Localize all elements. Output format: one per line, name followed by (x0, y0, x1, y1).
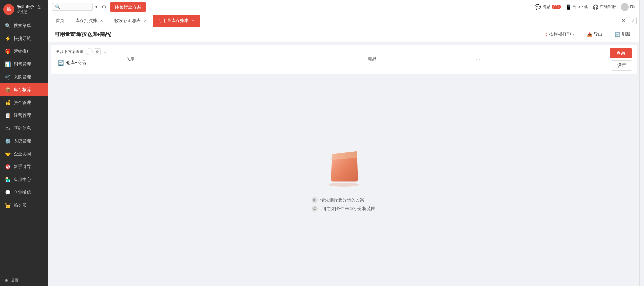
product-more-btn[interactable]: ··· (476, 57, 480, 62)
basic-icon: 🗂 (5, 126, 11, 131)
tab-available-close[interactable]: ✕ (191, 19, 195, 23)
topbar-search-box[interactable]: 🔍 (52, 3, 93, 11)
sidebar-item-marketing[interactable]: 🎁 营销推广 (0, 45, 48, 58)
sidebar-footer-label: 设置 (10, 278, 19, 283)
sidebar-item-inventory[interactable]: 📦 库存核算 (0, 83, 48, 96)
export-label: 导出 (594, 31, 602, 37)
purchase-icon: 🛒 (5, 74, 11, 80)
filter-add-btn[interactable]: + (86, 48, 93, 55)
query-button[interactable]: 查询 (610, 48, 632, 58)
sidebar-item-appstore[interactable]: 🏪 应用中心 (0, 173, 48, 186)
sidebar-item-sales[interactable]: 📊 销售管理 (0, 58, 48, 71)
print-label: 按模板打印 (549, 31, 571, 37)
refresh-label: 刷新 (622, 31, 630, 37)
empty-box (331, 157, 358, 182)
shortcut-icon: ⚡ (5, 36, 11, 41)
settings-button[interactable]: 设置 (612, 60, 632, 71)
tab-home[interactable]: 首页 (51, 15, 70, 27)
sidebar-item-finance[interactable]: 💰 资金管理 (0, 96, 48, 109)
empty-illustration (324, 151, 364, 191)
hint-num-2: ② (312, 206, 318, 212)
marketing-icon: 🎁 (5, 49, 11, 54)
topbar-service[interactable]: 🎧 在线客服 (593, 4, 616, 10)
service-icon: 🎧 (593, 4, 598, 10)
appstore-icon: 🏪 (5, 177, 11, 182)
warehouse-input[interactable] (137, 56, 232, 63)
sidebar: 畅 畅康通好生意 标准版 🔍 搜索菜单 ⚡ 快捷导航 🎁 营销推广 📊 销售管理… (0, 0, 48, 286)
filter-actions: + ⚙ « (86, 48, 109, 55)
warehouse-more-btn[interactable]: ··· (234, 57, 238, 62)
tabbar: 首页 库存批次账 ✕ 收发存汇总表 ✕ 可用量库存账本 ✕ ✕ ⤢ (48, 14, 639, 27)
sidebar-item-member[interactable]: 👑 畅会员 (0, 199, 48, 212)
filter-label: 按以下方案查询 + ⚙ « (55, 48, 119, 55)
tabbar-right-controls: ✕ ⤢ (620, 17, 637, 24)
export-icon: 📤 (587, 32, 592, 37)
tabbar-close-all-btn[interactable]: ✕ (620, 17, 627, 24)
topbar-dropdown-arrow[interactable]: ▾ (95, 4, 98, 9)
tab-batch-close[interactable]: ✕ (99, 19, 104, 23)
topbar-search-input[interactable] (62, 5, 89, 9)
tabbar-expand-btn[interactable]: ⤢ (629, 17, 637, 24)
search-nav-icon: 🔍 (5, 23, 11, 28)
coop-icon: 🤝 (5, 151, 11, 157)
sidebar-item-label: 基础信息 (14, 125, 31, 131)
sidebar-item-label: 新手引导 (14, 164, 31, 170)
tab-summary-close[interactable]: ✕ (143, 19, 147, 23)
sidebar-item-wecom[interactable]: 💬 企业微信 (0, 186, 48, 199)
warehouse-label: 仓库 (126, 56, 134, 62)
business-icon: 📋 (5, 113, 11, 118)
sidebar-item-search[interactable]: 🔍 搜索菜单 (0, 19, 48, 32)
trial-btn[interactable]: 体验行业方案 (110, 2, 146, 12)
user-avatar (621, 3, 629, 11)
sidebar-footer[interactable]: ⚙ 设置 (0, 275, 48, 286)
tab-summary[interactable]: 收发存汇总表 ✕ (109, 15, 152, 27)
tab-batch[interactable]: 库存批次账 ✕ (70, 15, 109, 27)
filter-btn-group: 查询 设置 (610, 48, 632, 71)
sidebar-item-coop[interactable]: 🤝 企业协同 (0, 148, 48, 160)
sidebar-item-label: 企业微信 (14, 189, 31, 196)
sidebar-item-business[interactable]: 📋 经营管理 (0, 109, 48, 122)
main-area: 🔍 ▾ ⚙ 体验行业方案 💬 消息 99+ 📱 App下载 🎧 在线客服 Rit (48, 0, 639, 286)
print-arrow-icon[interactable]: ▾ (572, 32, 574, 37)
filter-field-product: 商品 ··· (368, 56, 603, 63)
export-btn[interactable]: 📤 导出 (585, 30, 604, 38)
product-input[interactable] (379, 56, 474, 63)
tab-home-label: 首页 (56, 18, 65, 24)
refresh-btn[interactable]: 🔄 刷新 (613, 30, 633, 38)
tab-available-label: 可用量库存账本 (158, 18, 189, 24)
sidebar-item-system[interactable]: ⚙️ 系统管理 (0, 135, 48, 148)
product-label: 商品 (368, 56, 377, 62)
topbar: 🔍 ▾ ⚙ 体验行业方案 💬 消息 99+ 📱 App下载 🎧 在线客服 Rit (48, 0, 639, 14)
action-divider-2 (609, 32, 609, 37)
sidebar-item-label: 畅会员 (14, 202, 27, 208)
tab-batch-label: 库存批次账 (75, 18, 97, 24)
filter-collapse-btn[interactable]: « (102, 48, 109, 55)
topbar-gear-icon[interactable]: ⚙ (100, 3, 107, 11)
tab-available[interactable]: 可用量库存账本 ✕ (153, 15, 200, 27)
topbar-search-icon: 🔍 (55, 4, 60, 9)
sidebar-item-shortcut[interactable]: ⚡ 快捷导航 (0, 32, 48, 45)
inventory-icon: 📦 (5, 87, 11, 93)
print-btn[interactable]: 🖨 按模板打印 ▾ (541, 30, 576, 38)
sidebar-item-label: 资金管理 (14, 100, 31, 106)
sidebar-item-purchase[interactable]: 🛒 采购管理 (0, 71, 48, 83)
empty-state: ① 请先选择要分析的方案 ② 用[过滤]条件来缩小分析范围 (48, 77, 639, 286)
app-label: App下载 (573, 4, 588, 10)
hint-text-1: 请先选择要分析的方案 (320, 197, 364, 203)
filter-settings-btn[interactable]: ⚙ (94, 48, 101, 55)
sidebar-item-label: 应用中心 (14, 177, 31, 183)
topbar-message[interactable]: 💬 消息 99+ (535, 4, 561, 10)
sidebar-item-label: 搜索菜单 (14, 23, 31, 29)
sidebar-nav: 🔍 搜索菜单 ⚡ 快捷导航 🎁 营销推广 📊 销售管理 🛒 采购管理 📦 库存核… (0, 18, 48, 275)
sidebar-item-label: 经营管理 (14, 112, 31, 119)
sidebar-item-newbie[interactable]: 🎯 新手引导 (0, 160, 48, 173)
sales-icon: 📊 (5, 61, 11, 67)
message-icon: 💬 (535, 4, 541, 10)
filter-scheme-item[interactable]: 🔄 仓库+商品 (55, 58, 119, 68)
sidebar-item-basic[interactable]: 🗂 基础信息 (0, 122, 48, 135)
print-icon: 🖨 (543, 32, 548, 37)
topbar-user[interactable]: Rit (621, 3, 635, 11)
hint-text-2: 用[过滤]条件来缩小分析范围 (320, 206, 376, 212)
topbar-app-download[interactable]: 📱 App下载 (566, 4, 588, 10)
message-label: 消息 (542, 4, 550, 10)
